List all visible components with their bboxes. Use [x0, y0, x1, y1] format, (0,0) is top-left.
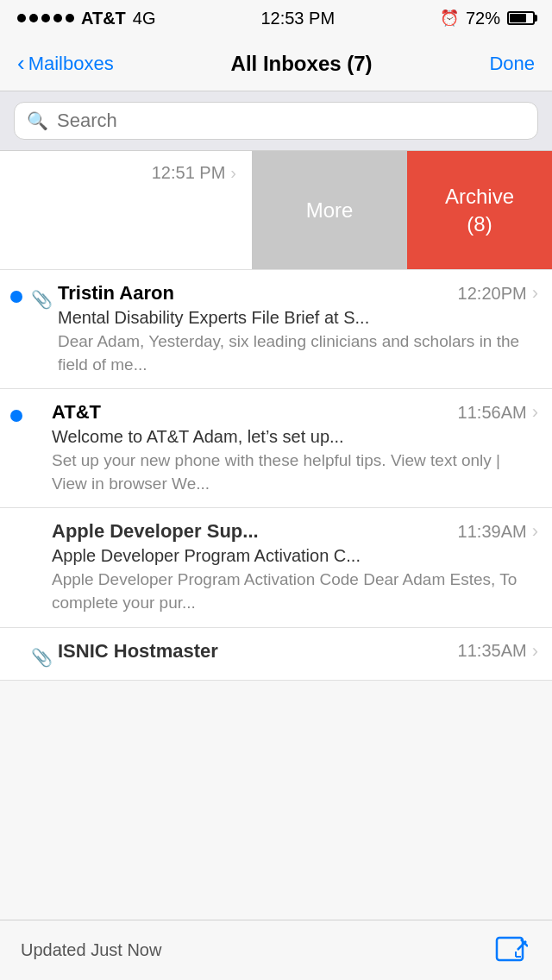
email-preview: Apple Developer Program Activation Code … [52, 569, 538, 614]
archive-label: Archive (8) [445, 183, 514, 236]
navigation-bar: ‹ Mailboxes All Inboxes (7) Done [0, 36, 552, 91]
swipe-email-time: 12:51 PM [152, 163, 226, 183]
battery-icon [507, 11, 535, 25]
back-chevron-icon: ‹ [17, 50, 25, 77]
no-attachment-spacer [31, 520, 43, 532]
email-time-area: 12:20PM › [458, 282, 538, 305]
search-icon: 🔍 [27, 110, 48, 131]
email-time: 12:20PM [458, 284, 527, 304]
unread-indicator [10, 291, 22, 303]
attachment-icon: 📎 [31, 289, 53, 310]
swipe-email-meta: 12:51 PM › [0, 163, 236, 183]
email-header-row: Apple Developer Sup... 11:39AM › [52, 520, 538, 543]
email-time: 11:39AM [458, 522, 527, 542]
email-time-area: 11:35AM › [458, 640, 538, 663]
email-time: 11:56AM [458, 403, 527, 423]
row-chevron-icon: › [532, 282, 538, 305]
swipe-email-subject: a call this week if [0, 211, 236, 231]
email-time-area: 11:39AM › [458, 520, 538, 543]
email-subject: Mental Disability Experts File Brief at … [58, 308, 538, 328]
archive-button[interactable]: Archive (8) [407, 151, 552, 269]
email-time: 11:35AM [458, 641, 527, 661]
search-container: 🔍 [0, 91, 552, 151]
battery-percentage: 72% [466, 9, 500, 28]
alarm-icon: ⏰ [440, 9, 459, 28]
list-item[interactable]: 📎 Tristin Aaron 12:20PM › Mental Disabil… [0, 270, 552, 389]
list-item[interactable]: AT&T 11:56AM › Welcome to AT&T Adam, let… [0, 389, 552, 508]
back-button[interactable]: ‹ Mailboxes [17, 50, 114, 77]
swipe-email-sender: Banned Blackjac... [0, 186, 236, 209]
status-bar: AT&T 4G 12:53 PM ⏰ 72% [0, 0, 552, 36]
signal-icon [17, 14, 74, 22]
email-sender: ISNIC Hostmaster [58, 640, 218, 663]
search-input[interactable] [57, 110, 525, 132]
unread-indicator [10, 410, 22, 422]
more-button[interactable]: More [252, 151, 407, 269]
swipe-email-content: 12:51 PM › Banned Blackjac... a call thi… [0, 151, 250, 269]
email-header-row: AT&T 11:56AM › [52, 401, 538, 424]
search-bar[interactable]: 🔍 [14, 102, 538, 140]
compose-icon [495, 934, 528, 967]
email-subject: Apple Developer Program Activation C... [52, 546, 538, 566]
row-chevron-icon: › [532, 401, 538, 424]
email-subject: Welcome to AT&T Adam, let’s set up... [52, 427, 538, 447]
footer: Updated Just Now [0, 920, 552, 980]
row-chevron-icon: › [532, 640, 538, 663]
email-sender: AT&T [52, 401, 101, 424]
attachment-icon: 📎 [31, 647, 53, 668]
swipe-row[interactable]: More Archive (8) 12:51 PM › Banned Black… [0, 151, 552, 270]
done-button[interactable]: Done [489, 53, 535, 75]
email-sender: Tristin Aaron [58, 282, 174, 305]
carrier-label: AT&T [81, 9, 126, 28]
page-title: All Inboxes (7) [231, 52, 373, 76]
email-content: AT&T 11:56AM › Welcome to AT&T Adam, let… [52, 401, 538, 495]
email-preview: Set up your new phone with these helpful… [52, 449, 538, 495]
clock: 12:53 PM [260, 9, 335, 28]
read-spacer [10, 520, 22, 532]
email-content: Apple Developer Sup... 11:39AM › Apple D… [52, 520, 538, 614]
swipe-actions: More Archive (8) [252, 151, 552, 269]
email-content: Tristin Aaron 12:20PM › Mental Disabilit… [58, 282, 538, 376]
email-preview: Dear Adam, Yesterday, six leading clinic… [58, 330, 538, 376]
no-attachment-spacer [31, 401, 43, 413]
email-time-area: 11:56AM › [458, 401, 538, 424]
status-left: AT&T 4G [17, 9, 156, 28]
email-header-row: ISNIC Hostmaster 11:35AM › [58, 640, 538, 663]
network-type-label: 4G [133, 9, 156, 28]
email-list: More Archive (8) 12:51 PM › Banned Black… [0, 151, 552, 681]
email-content: ISNIC Hostmaster 11:35AM › [58, 640, 538, 666]
row-chevron-icon: › [532, 520, 538, 543]
swipe-email-preview: ea is that he is go... [0, 233, 236, 257]
swipe-chevron-icon: › [230, 163, 236, 183]
back-label: Mailboxes [28, 53, 114, 75]
email-header-row: Tristin Aaron 12:20PM › [58, 282, 538, 305]
read-spacer [10, 640, 22, 652]
email-sender: Apple Developer Sup... [52, 520, 259, 543]
status-right: ⏰ 72% [440, 9, 535, 28]
list-item[interactable]: 📎 ISNIC Hostmaster 11:35AM › [0, 628, 552, 681]
update-status: Updated Just Now [21, 940, 161, 960]
compose-button[interactable] [492, 931, 531, 971]
list-item[interactable]: Apple Developer Sup... 11:39AM › Apple D… [0, 508, 552, 627]
